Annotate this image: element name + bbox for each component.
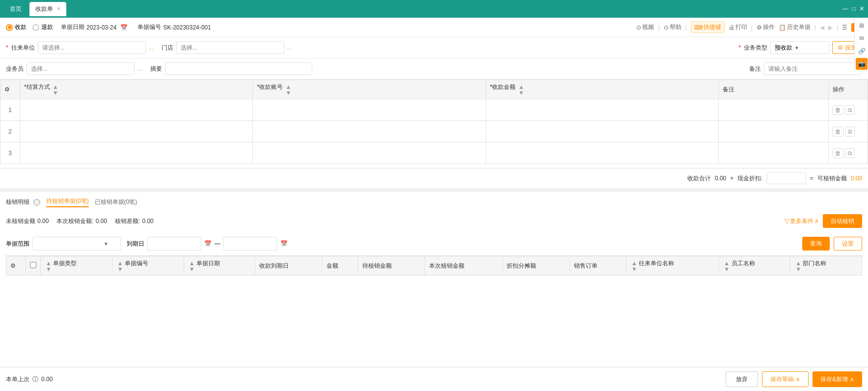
amount-cell-2[interactable] <box>486 121 718 142</box>
search-setting-btn[interactable]: 设置 <box>834 237 862 251</box>
print-btn[interactable]: 🖨 打印 <box>729 23 747 31</box>
tab-label: 收款单 <box>35 5 53 13</box>
copy-btn-3[interactable]: ⧉ <box>845 148 855 158</box>
amount-cell-1[interactable] <box>486 99 718 121</box>
copy-btn-2[interactable]: ⧉ <box>845 127 855 137</box>
select-all-checkbox[interactable] <box>30 262 36 268</box>
save-new-chevron: ∧ <box>850 376 854 383</box>
business-type-select[interactable]: 预收款 ▼ <box>770 41 829 54</box>
total-label: 收款合计 <box>687 174 711 183</box>
copy-btn-1[interactable]: ⧉ <box>845 105 855 115</box>
number-label: 单据编号 <box>137 23 161 31</box>
sidebar-link-icon[interactable]: 🔗 <box>856 45 868 57</box>
help-btn[interactable]: ⊙ 帮助 <box>664 23 681 31</box>
date-to-input[interactable]: 2022-04-12 <box>223 237 277 251</box>
radio-receive[interactable]: 收款 <box>6 23 27 31</box>
sidebar-email-icon[interactable]: ✉ <box>856 32 868 44</box>
save-draft-label: 保存草稿 <box>770 375 794 384</box>
operate-btn[interactable]: ⚙ 操作 <box>757 23 775 31</box>
auto-verify-btn[interactable]: 自动核销 <box>823 214 862 228</box>
more-conditions-btn[interactable]: ▽ 更多条件 ∧ <box>785 217 819 225</box>
video-btn[interactable]: ⊙ 视频 <box>636 23 654 31</box>
remark-cell-1[interactable] <box>719 99 829 121</box>
radio-refund-label: 退款 <box>41 23 53 31</box>
type-radio-group: 收款 退款 <box>6 23 53 31</box>
remark-input[interactable] <box>764 62 862 75</box>
query-btn[interactable]: 查询 <box>802 237 830 251</box>
save-new-label: 保存&新增 <box>820 375 848 384</box>
salesman-input[interactable] <box>27 62 135 75</box>
store-dots[interactable]: ... <box>287 44 292 51</box>
partner-input[interactable] <box>38 41 146 54</box>
delete-btn-2[interactable]: 🗑 <box>833 127 843 137</box>
account-cell-1[interactable] <box>253 99 486 121</box>
history-btn[interactable]: 📋 历史单据 <box>779 23 811 31</box>
next-btn[interactable]: ▶ <box>828 24 833 31</box>
delete-btn-1[interactable]: 🗑 <box>833 105 843 115</box>
section-divider <box>0 188 868 192</box>
radio-refund[interactable]: 退款 <box>32 23 53 31</box>
current-stat: 本次核销金额: 0.00 <box>56 217 107 225</box>
prev-next-label: 本单上次 <box>6 375 29 384</box>
bottom-right-actions: 放弃 保存草稿 ∧ 保存&新增 ∧ <box>726 371 862 387</box>
window-close[interactable]: × <box>860 4 864 13</box>
prev-btn[interactable]: ◀ <box>820 24 824 31</box>
save-new-btn[interactable]: 保存&新增 ∧ <box>813 371 862 387</box>
calendar-from-icon[interactable]: 📅 <box>204 240 212 247</box>
range-label: 单据范围 <box>6 240 29 248</box>
sidebar-table-icon[interactable]: ⊞ <box>856 20 868 31</box>
main-table-container: ⚙ *结算方式 ▲▼ *收款账号 ▲▼ *收款金额 ▲▼ 备注 操作 <box>0 80 868 168</box>
salesman-field: 业务员 ... <box>6 62 142 75</box>
settlement-cell-2[interactable] <box>20 121 253 142</box>
account-cell-2[interactable] <box>253 121 486 142</box>
checkbox-header: ⚙ <box>6 256 26 276</box>
list-view-btn[interactable]: ☰ <box>842 24 847 31</box>
date-value[interactable]: 2023-03-24 <box>86 24 116 31</box>
settlement-cell-1[interactable] <box>20 99 253 121</box>
number-field: 单据编号 SK-20230324-001 <box>137 23 211 31</box>
summary-input[interactable] <box>165 62 312 75</box>
abandon-btn[interactable]: 放弃 <box>726 371 758 387</box>
table-gear-header[interactable]: ⚙ <box>0 80 20 99</box>
window-maximize[interactable]: □ <box>852 5 855 12</box>
remark-cell-2[interactable] <box>719 121 829 142</box>
range-chevron: ▼ <box>104 241 108 247</box>
partner-dots[interactable]: ... <box>149 44 154 51</box>
store-input[interactable] <box>176 41 284 54</box>
home-tab[interactable]: 首页 <box>4 2 27 16</box>
checkbox-col-header <box>26 256 41 276</box>
settlement-cell-3[interactable] <box>20 142 253 164</box>
section-title: 核销明细 ⓘ <box>6 198 40 206</box>
tab-verified[interactable]: 已核销单据(0笔) <box>95 198 137 206</box>
salesman-dots[interactable]: ... <box>137 65 142 72</box>
save-draft-btn[interactable]: 保存草稿 ∧ <box>762 371 809 387</box>
gear-icon-bottom[interactable]: ⚙ <box>10 262 16 269</box>
right-sidebar: ⊞ ✉ 🔗 📷 <box>854 18 868 72</box>
shortcut-btn[interactable]: ⌨ 快捷键 <box>691 22 725 33</box>
due-date-header: 收款到期日 <box>255 256 323 276</box>
delete-btn-3[interactable]: 🗑 <box>833 148 843 158</box>
pending-amount-header: 待核销金额 <box>358 256 425 276</box>
summary-field: 摘要 <box>150 62 312 75</box>
tab-close-btn[interactable]: × <box>57 5 60 12</box>
discount-input[interactable] <box>767 172 806 184</box>
business-type-required: * <box>738 44 741 51</box>
date-field: 单据日期 2023-03-24 📅 <box>61 23 130 32</box>
window-minimize[interactable]: — <box>842 5 848 12</box>
sidebar-camera-icon[interactable]: 📷 <box>856 58 868 70</box>
row-num-2: 2 <box>0 121 20 142</box>
calendar-icon[interactable]: 📅 <box>118 23 130 32</box>
active-tab[interactable]: 收款单 × <box>29 2 66 16</box>
date-from-input[interactable]: 2022-04-01 <box>147 237 201 251</box>
account-cell-3[interactable] <box>253 142 486 164</box>
date-range-field: 到期日 2022-04-01 📅 — 2022-04-12 📅 <box>127 237 288 251</box>
remark-cell-3[interactable] <box>719 142 829 164</box>
business-type-value: 预收款 <box>775 44 792 52</box>
tab-pending[interactable]: 待核销单据(0笔) <box>46 197 89 207</box>
form-row-2: 业务员 ... 摘要 备注 <box>0 58 868 80</box>
calendar-to-icon[interactable]: 📅 <box>280 240 288 247</box>
store-field: 门店 ... <box>162 41 292 54</box>
amount-header: *收款金额 ▲▼ <box>486 80 718 99</box>
amount-cell-3[interactable] <box>486 142 718 164</box>
range-select[interactable]: ▼ <box>32 237 121 251</box>
